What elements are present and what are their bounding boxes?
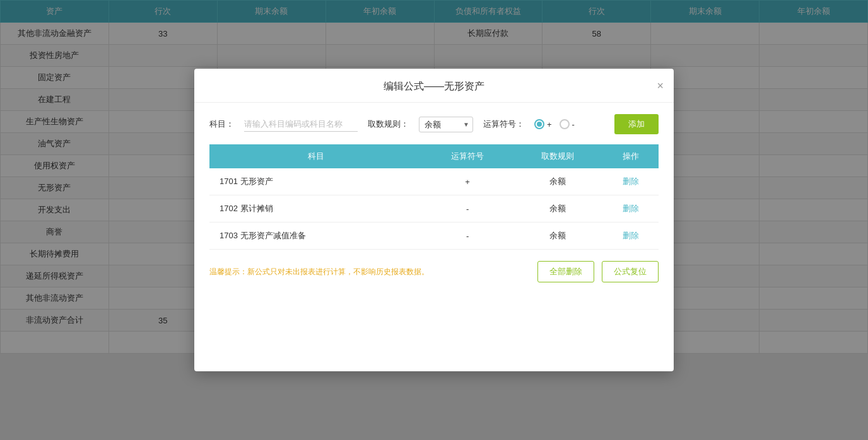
operator-cell: - [423,195,513,223]
subject-cell: 1703 无形资产减值准备 [209,223,423,250]
radio-minus-circle [560,119,570,129]
subject-input[interactable] [244,117,358,132]
rule-cell: 余额 [513,195,603,223]
rule-cell: 余额 [513,223,603,250]
delete-row-button[interactable]: 删除 [623,230,639,241]
radio-plus[interactable]: + [534,119,552,129]
modal-title: 编辑公式——无形资产 [384,80,484,93]
modal-table-header-cell: 科目 [209,144,423,168]
rule-label: 取数规则： [368,119,409,130]
modal-form-row: 科目： 取数规则： 余额借方贷方借方累计贷方累计 ▼ 运算符号： + - 添加 [194,103,674,141]
radio-plus-circle [534,119,544,129]
reset-formula-button[interactable]: 公式复位 [602,261,659,282]
radio-plus-label: + [547,120,552,129]
operator-radio-group: + - [534,119,575,129]
footer-tip: 温馨提示：新公式只对未出报表进行计算，不影响历史报表数据。 [209,267,429,277]
modal-table-row: 1703 无形资产减值准备-余额删除 [209,223,659,250]
modal-table-header-cell: 取数规则 [513,144,603,168]
modal-table-wrap: 科目运算符号取数规则操作 1701 无形资产+余额删除1702 累计摊销-余额删… [194,144,674,250]
modal-table-body: 1701 无形资产+余额删除1702 累计摊销-余额删除1703 无形资产减值准… [209,168,659,250]
add-button[interactable]: 添加 [614,114,659,134]
rule-select-wrapper[interactable]: 余额借方贷方借方累计贷方累计 ▼ [419,117,473,132]
action-cell: 删除 [603,168,659,195]
modal-header: 编辑公式——无形资产 × [194,69,674,103]
radio-minus[interactable]: - [560,119,575,129]
rule-select[interactable]: 余额借方贷方借方累计贷方累计 [419,117,473,132]
action-cell: 删除 [603,195,659,223]
delete-row-button[interactable]: 删除 [623,203,639,214]
modal-overlay: 编辑公式——无形资产 × 科目： 取数规则： 余额借方贷方借方累计贷方累计 ▼ … [0,0,868,440]
modal-table-row: 1701 无形资产+余额删除 [209,168,659,195]
radio-minus-label: - [572,120,575,129]
modal-table: 科目运算符号取数规则操作 1701 无形资产+余额删除1702 累计摊销-余额删… [209,144,659,250]
modal-table-row: 1702 累计摊销-余额删除 [209,195,659,223]
footer-buttons: 全部删除 公式复位 [537,261,659,282]
operator-cell: + [423,168,513,195]
modal-dialog: 编辑公式——无形资产 × 科目： 取数规则： 余额借方贷方借方累计贷方累计 ▼ … [194,69,674,371]
operator-cell: - [423,223,513,250]
modal-close-button[interactable]: × [657,80,664,91]
modal-table-header-cell: 操作 [603,144,659,168]
subject-cell: 1701 无形资产 [209,168,423,195]
modal-footer: 温馨提示：新公式只对未出报表进行计算，不影响历史报表数据。 全部删除 公式复位 [194,250,674,282]
rule-cell: 余额 [513,168,603,195]
action-cell: 删除 [603,223,659,250]
subject-label: 科目： [209,119,234,130]
operator-label: 运算符号： [483,119,524,130]
subject-cell: 1702 累计摊销 [209,195,423,223]
modal-table-header: 科目运算符号取数规则操作 [209,144,659,168]
delete-all-button[interactable]: 全部删除 [537,261,594,282]
modal-table-header-cell: 运算符号 [423,144,513,168]
delete-row-button[interactable]: 删除 [623,176,639,187]
